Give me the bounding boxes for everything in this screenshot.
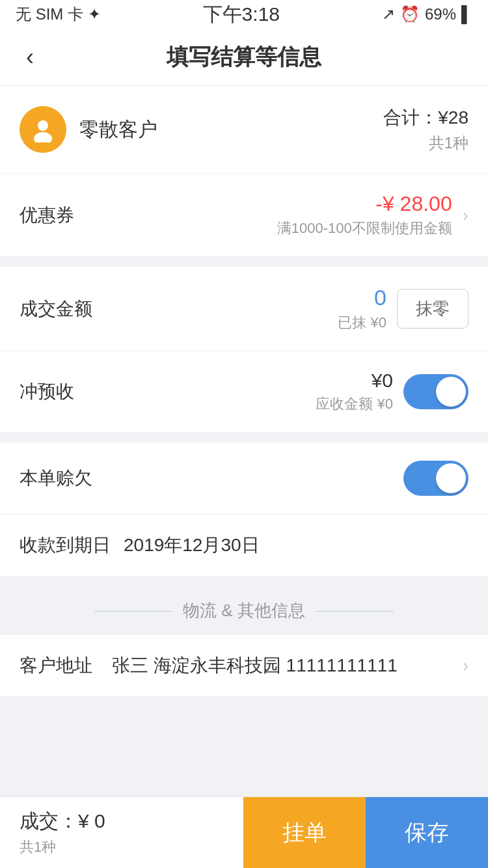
address-value: 张三 海淀永丰科技园 11111111111: [112, 653, 463, 678]
coupon-chevron-icon: ›: [463, 205, 468, 226]
deal-amount-label: 成交金额: [20, 297, 92, 321]
sim-status: 无 SIM 卡 ✦: [16, 4, 101, 25]
deal-amount-value: 0: [338, 285, 386, 310]
battery-icon: ▌: [461, 5, 472, 23]
status-right: ↗ ⏰ 69% ▌: [382, 5, 472, 23]
pre-receive-main: ¥0: [316, 370, 393, 392]
nav-bar: ‹ 填写结算等信息: [0, 29, 488, 86]
deal-amount-right: 0 已抹 ¥0 抹零: [338, 285, 468, 332]
customer-left: 零散客户: [20, 106, 157, 153]
pre-receive-toggle[interactable]: [403, 374, 468, 409]
coupon-right: -¥ 28.00 满1000-100不限制使用金额 ›: [277, 192, 468, 238]
pre-receive-row: 冲预收 ¥0 应收金额 ¥0: [0, 351, 488, 432]
back-button[interactable]: ‹: [20, 37, 40, 77]
svg-point-1: [34, 132, 52, 142]
logistics-title: 物流 & 其他信息: [183, 599, 305, 622]
due-date-value: 2019年12月30日: [124, 533, 260, 558]
address-label: 客户地址: [20, 653, 92, 678]
bottom-deal-label: 成交：: [20, 810, 78, 832]
pre-receive-right: ¥0 应收金额 ¥0: [316, 370, 468, 414]
customer-name: 零散客户: [79, 116, 157, 143]
deal-amount-sub: 已抹 ¥0: [338, 313, 386, 332]
status-left: 无 SIM 卡 ✦: [16, 4, 101, 25]
customer-right: 合计：¥28 共1种: [383, 105, 468, 154]
coupon-values: -¥ 28.00 满1000-100不限制使用金额: [277, 192, 452, 238]
avatar: [20, 106, 66, 153]
address-chevron-icon: ›: [463, 655, 468, 676]
battery-level: 69%: [425, 5, 456, 23]
customer-row: 零散客户 合计：¥28 共1种: [0, 86, 488, 173]
due-date-label: 收款到期日: [20, 533, 111, 558]
due-date-row[interactable]: 收款到期日 2019年12月30日: [0, 514, 488, 576]
amount-section: 成交金额 0 已抹 ¥0 抹零 冲预收 ¥0 应收金额 ¥0: [0, 267, 488, 432]
customer-section: 零散客户 合计：¥28 共1种 优惠券 -¥ 28.00 满1000-100不限…: [0, 86, 488, 256]
alarm-icon: ⏰: [400, 5, 420, 23]
round-button[interactable]: 抹零: [397, 289, 468, 329]
pre-receive-sub: 应收金额 ¥0: [316, 394, 393, 414]
bottom-deal-value: ¥ 0: [78, 810, 105, 832]
credit-toggle[interactable]: [403, 461, 468, 496]
credit-label: 本单赊欠: [20, 466, 92, 491]
deal-amount-row: 成交金额 0 已抹 ¥0 抹零: [0, 267, 488, 351]
status-bar: 无 SIM 卡 ✦ 下午3:18 ↗ ⏰ 69% ▌: [0, 0, 488, 29]
deal-amount-values: 0 已抹 ¥0: [338, 285, 386, 332]
credit-row: 本单赊欠: [0, 442, 488, 514]
status-time: 下午3:18: [203, 1, 280, 28]
coupon-label: 优惠券: [20, 203, 74, 228]
hang-button[interactable]: 挂单: [243, 797, 366, 869]
save-button[interactable]: 保存: [366, 797, 488, 869]
coupon-row[interactable]: 优惠券 -¥ 28.00 满1000-100不限制使用金额 ›: [0, 173, 488, 256]
pre-receive-label: 冲预收: [20, 379, 74, 404]
bottom-count: 共1种: [20, 837, 224, 857]
credit-section: 本单赊欠 收款到期日 2019年12月30日: [0, 442, 488, 576]
user-icon: [30, 116, 56, 142]
page-title: 填写结算等信息: [167, 42, 321, 72]
address-section: 客户地址 张三 海淀永丰科技园 11111111111 ›: [0, 635, 488, 696]
total-amount: 合计：¥28: [383, 105, 468, 130]
bottom-bar: 成交：¥ 0 共1种 挂单 保存: [0, 796, 488, 868]
bottom-summary: 成交：¥ 0 共1种: [0, 808, 243, 857]
pre-receive-values: ¥0 应收金额 ¥0: [316, 370, 393, 414]
coupon-amount: -¥ 28.00: [277, 192, 452, 216]
location-icon: ↗: [382, 5, 395, 23]
bottom-deal-row: 成交：¥ 0: [20, 808, 224, 835]
logistics-header: 物流 & 其他信息: [0, 586, 488, 635]
total-count: 共1种: [383, 133, 468, 154]
logistics-section: 物流 & 其他信息: [0, 586, 488, 635]
address-row[interactable]: 客户地址 张三 海淀永丰科技园 11111111111 ›: [0, 635, 488, 696]
svg-point-0: [38, 120, 48, 131]
coupon-desc: 满1000-100不限制使用金额: [277, 219, 452, 238]
